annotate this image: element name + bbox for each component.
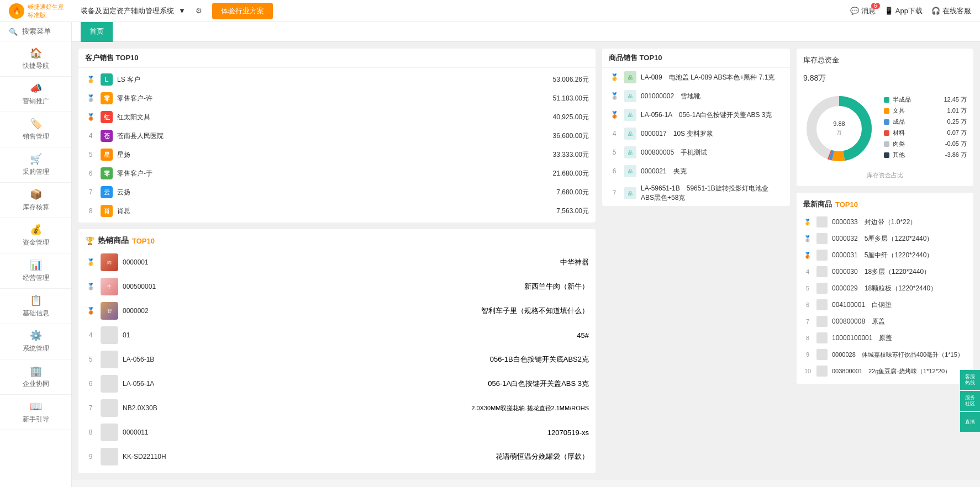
- rank-icon: 🥈: [609, 92, 620, 100]
- hot-product-item: 7 NB2.0X30B 2.0X30MM双搓花轴.搓花直径2.1MM/ROHS: [78, 396, 596, 420]
- legend-dot: [884, 152, 889, 158]
- customer-name: 零售客户-许: [117, 94, 549, 103]
- hot-product-item: 🥇 肉 0000001 中华神器: [78, 250, 596, 274]
- sidebar-item-basic-info[interactable]: 📋 基础信息: [0, 289, 71, 324]
- cs-community-button[interactable]: 服务社区: [960, 391, 980, 411]
- customer-badge: 红: [101, 111, 113, 123]
- sidebar-item-sales[interactable]: 🏷️ 销售管理: [0, 112, 71, 147]
- customer-badge: 肖: [101, 205, 113, 217]
- customer-badge: 零: [101, 92, 113, 104]
- product-sales-title: 商品销售 TOP10: [609, 53, 662, 63]
- legend-item: 其他 -3.86 万: [884, 151, 967, 159]
- customer-amount: 21,680.00元: [553, 169, 589, 178]
- rank-num: 7: [85, 404, 96, 412]
- logo-area: 🔥 畅捷通好生意 标准版: [9, 3, 81, 19]
- search-icon: 🔍: [9, 28, 18, 36]
- main-content: 首页 客户销售 TOP10 🥇 L LS 客户 53,006.26元: [72, 22, 980, 487]
- sales-icon: 🏷️: [30, 118, 42, 130]
- sidebar-item-enterprise[interactable]: 🏢 企业协同: [0, 359, 71, 395]
- customer-service-sidebar: 客服热线 服务社区 直播: [960, 370, 980, 432]
- app-download-button[interactable]: 📱 App下载: [884, 6, 923, 16]
- cs-hotline-button[interactable]: 客服热线: [960, 370, 980, 390]
- customer-name: 苍南县人民医院: [117, 131, 549, 141]
- customer-amount: 33,333.00元: [553, 150, 589, 160]
- rank-icon: 🥈: [803, 235, 812, 242]
- rank-icon: 🥇: [803, 219, 812, 226]
- rank-num: 8: [85, 428, 96, 436]
- product-item: 🥇 品 LA-089 电池盖 LA-089 ABS本色+黑种 7.1克: [602, 68, 790, 87]
- sidebar: 🔍 搜索菜单 🏠 快捷导航 📣 营销推广 🏷️ 销售管理 🛒 采购管理 📦 库存…: [0, 22, 72, 487]
- right-panel: 库存总资金 9.88万: [797, 49, 973, 473]
- hot-product-item: 🥈 牛 000500001 新西兰牛肉（新牛）: [78, 274, 596, 299]
- rank-icon: 🥈: [85, 283, 96, 290]
- sidebar-item-quick-nav[interactable]: 🏠 快捷导航: [0, 41, 71, 77]
- sidebar-item-operations[interactable]: 📊 经营管理: [0, 253, 71, 289]
- product-name: 2.0X30MM双搓花轴.搓花直径2.1MM/ROHS: [471, 404, 589, 412]
- rank-num: 5: [609, 149, 620, 156]
- legend-dot: [884, 119, 889, 125]
- product-code: 0000001: [123, 258, 556, 266]
- product-name: 12070519-xs: [547, 428, 589, 437]
- hot-products-header: 🏆 热销商品 TOP10: [78, 234, 596, 250]
- product-item: 🥉 品 LA-056-1A 056-1A白色按键开关盖ABS 3克: [602, 105, 790, 124]
- legend-dot: [884, 97, 889, 103]
- logo-text: 畅捷通好生意 标准版: [28, 3, 64, 19]
- customer-name: 肖总: [117, 207, 552, 216]
- customer-badge: L: [101, 73, 113, 86]
- product-info: 0000029 18颗粒板（1220*2440）: [832, 284, 967, 293]
- customer-sales-header: 客户销售 TOP10: [78, 49, 596, 68]
- product-info: 0000033 封边带（1.0*22）: [832, 218, 967, 227]
- product-image: [816, 349, 828, 360]
- product-name: LA-089 电池盖 LA-089 ABS本色+黑种 7.1克: [641, 73, 783, 82]
- legend-value: -3.86 万: [945, 151, 967, 159]
- inventory-icon: 📦: [30, 188, 42, 200]
- product-image: 品: [624, 187, 636, 199]
- hot-products-title: 热销商品: [98, 236, 129, 246]
- phone-icon: 📱: [884, 7, 893, 15]
- svg-text:9.88: 9.88: [833, 120, 845, 127]
- product-image: [101, 399, 118, 417]
- cs-live-button[interactable]: 直播: [960, 412, 980, 432]
- sidebar-item-finance[interactable]: 💰 资金管理: [0, 218, 71, 253]
- tab-home[interactable]: 首页: [81, 22, 113, 42]
- new-product-item: 6 004100001 白钢垫: [797, 297, 973, 313]
- trial-button[interactable]: 体验行业方案: [212, 3, 273, 19]
- donut-chart: 9.88 万: [803, 93, 875, 165]
- customer-item: 8 肖 肖总 7,563.00元: [78, 202, 596, 220]
- product-name: 新西兰牛肉（新牛）: [524, 282, 589, 292]
- rank-num: 10: [803, 368, 812, 374]
- enterprise-icon: 🏢: [30, 365, 42, 377]
- legend-dot: [884, 130, 889, 136]
- chart-area: 9.88 万 半成品 12.45 万 文具 1.01 万: [803, 88, 967, 169]
- customer-item: 6 零 零售客户-于 21,680.00元: [78, 164, 596, 183]
- search-menu-button[interactable]: 🔍 搜索菜单: [0, 22, 71, 41]
- product-name: 056-1B白色按键开关底ABS2克: [490, 354, 589, 364]
- product-info: 0000028 体城嘉枝味苏打饮品400毫升（1*15）: [832, 351, 967, 359]
- sidebar-item-marketing[interactable]: 📣 营销推广: [0, 77, 71, 112]
- online-service-button[interactable]: 🎧 在线客服: [931, 6, 971, 16]
- product-image: [816, 250, 828, 261]
- sidebar-item-guide[interactable]: 📖 新手引导: [0, 395, 71, 430]
- header-right: 💬 消息 6 📱 App下载 🎧 在线客服: [850, 6, 971, 16]
- product-name: 智利车子里（规格不知道填什么）: [481, 306, 589, 316]
- customer-name: 零售客户-于: [117, 169, 549, 178]
- product-item: 4 品 0000017 10S 变料罗浆: [602, 124, 790, 143]
- sidebar-item-purchase[interactable]: 🛒 采购管理: [0, 147, 71, 183]
- sidebar-item-system[interactable]: ⚙️ 系统管理: [0, 324, 71, 359]
- sidebar-item-inventory[interactable]: 📦 库存核算: [0, 183, 71, 218]
- customer-amount: 7,563.00元: [556, 207, 589, 216]
- product-image: [816, 216, 828, 227]
- product-info: 10000100001 原盖: [832, 334, 967, 343]
- message-button[interactable]: 💬 消息 6: [850, 6, 876, 16]
- inventory-legend: 半成品 12.45 万 文具 1.01 万 成品 0.25 万: [884, 96, 967, 162]
- message-icon: 💬: [850, 7, 859, 15]
- trophy-icon: 🏆: [85, 236, 94, 245]
- settings-button[interactable]: ⚙: [192, 4, 206, 18]
- hot-products-card: 🏆 热销商品 TOP10 🥇 肉 0000001 中华神器 🥈: [78, 229, 596, 473]
- system-selector[interactable]: 装备及固定资产辅助管理系统 ▼: [81, 6, 186, 16]
- rank-icon: 🥉: [609, 111, 620, 119]
- product-image: [816, 283, 828, 294]
- chevron-down-icon: ▼: [178, 7, 186, 15]
- rank-num: 7: [85, 188, 96, 196]
- legend-item: 肉类 -0.05 万: [884, 140, 967, 148]
